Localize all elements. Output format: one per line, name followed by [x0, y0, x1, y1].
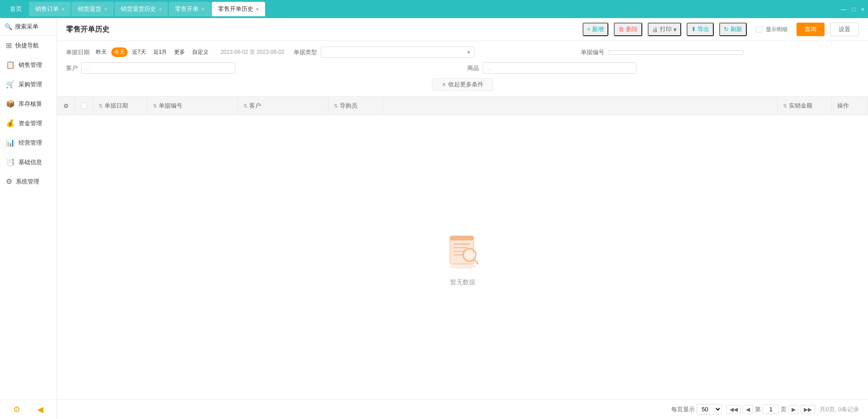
sidebar-item-purchase-mgmt[interactable]: 🛒 采购管理 — [0, 75, 57, 94]
tab-sales-order[interactable]: 销售订单 × — [29, 2, 71, 16]
sort-icon-guide: ⇅ — [334, 103, 338, 109]
operations-icon: 📊 — [6, 138, 15, 147]
page-size-dropdown[interactable]: 50 100 200 — [697, 404, 722, 414]
sidebar-item-basic-info-label: 基础信息 — [19, 158, 42, 166]
date-range-display: 2023-06-02 至 2023-06-02 — [220, 48, 284, 56]
tab-sales-order-close[interactable]: × — [62, 6, 64, 12]
date-filter-label: 单据日期 — [66, 48, 90, 56]
top-bar: 首页 销售订单 × 销货退货 × 销货退货历史 × 零售开单 × 零售开单历史 … — [0, 0, 868, 18]
header-checkbox[interactable] — [81, 103, 87, 109]
sidebar-search[interactable]: 🔍 搜索采单 — [0, 18, 57, 36]
th-customer-label: 客户 — [249, 102, 261, 110]
date-option-7days[interactable]: 近7天 — [129, 47, 149, 57]
sidebar-bottom: ⚙ ◀ — [0, 400, 57, 419]
sidebar-item-inventory-label: 库存核算 — [19, 100, 42, 108]
sidebar-collapse-icon[interactable]: ◀ — [37, 405, 43, 414]
print-button[interactable]: 🖨 打印 ▾ — [648, 23, 681, 36]
th-amount[interactable]: ⇅ 实销金额 — [778, 97, 832, 115]
tab-sales-order-label: 销售订单 — [35, 5, 59, 13]
sales-mgmt-icon: 📋 — [6, 61, 15, 69]
maximize-button[interactable]: □ — [852, 6, 856, 13]
svg-line-9 — [474, 259, 478, 264]
finance-icon: 💰 — [6, 119, 15, 127]
sidebar-item-finance[interactable]: 💰 资金管理 — [0, 113, 57, 133]
tab-home[interactable]: 首页 — [4, 2, 28, 16]
order-no-input[interactable] — [608, 50, 744, 55]
pagination-bar: 每页显示 50 100 200 ◀◀ ◀ 第 页 ▶ ▶▶ 共0页, 0条记录 — [57, 399, 868, 419]
tab-retail-open-history[interactable]: 零售开单历史 × — [212, 2, 265, 16]
th-spacer — [383, 97, 778, 115]
sidebar-item-system-mgmt[interactable]: ⚙ 系统管理 — [0, 172, 57, 191]
customer-input[interactable]: ... — [81, 62, 235, 74]
svg-point-0 — [449, 264, 476, 269]
date-option-1month[interactable]: 近1月 — [151, 47, 170, 57]
per-page-select: 每页显示 50 100 200 — [671, 404, 722, 414]
tab-sales-return-label: 销货退货 — [78, 5, 101, 13]
date-option-today[interactable]: 今天 — [111, 47, 128, 57]
page-header: 零售开单历史 + 新增 🗑 删除 🖨 打印 ▾ ⬆ 导出 ↻ 刷新 显示明细 查… — [57, 18, 868, 41]
sidebar-item-system-mgmt-label: 系统管理 — [16, 178, 39, 186]
th-checkbox[interactable] — [75, 97, 93, 115]
date-option-yesterday[interactable]: 昨天 — [93, 47, 109, 57]
sidebar-item-quick-nav[interactable]: ⊞ 快捷导航 — [0, 36, 57, 55]
content-area: 零售开单历史 + 新增 🗑 删除 🖨 打印 ▾ ⬆ 导出 ↻ 刷新 显示明细 查… — [57, 18, 868, 419]
type-select[interactable]: ▾ — [321, 47, 474, 58]
customer-input-dots: ... — [85, 65, 90, 71]
page-number-input[interactable] — [763, 405, 779, 414]
sidebar-settings-icon[interactable]: ⚙ — [13, 405, 20, 414]
close-button[interactable]: × — [861, 6, 864, 13]
tab-bar: 首页 销售订单 × 销货退货 × 销货退货历史 × 零售开单 × 零售开单历史 … — [4, 2, 841, 16]
quick-nav-icon: ⊞ — [6, 41, 12, 50]
sidebar-item-inventory[interactable]: 📦 库存核算 — [0, 94, 57, 113]
filter-more-button[interactable]: ∧ 收起更多条件 — [432, 78, 493, 91]
product-input[interactable]: ... — [483, 62, 636, 74]
settings-button[interactable]: 设置 — [830, 23, 859, 36]
sidebar-item-operations[interactable]: 📊 经营管理 — [0, 133, 57, 152]
tab-sales-return-history-label: 销货退货历史 — [121, 5, 156, 13]
tab-retail-open-close[interactable]: × — [201, 6, 204, 12]
delete-button[interactable]: 🗑 删除 — [614, 23, 642, 36]
display-detail-label[interactable]: 显示明细 — [752, 24, 791, 35]
filter-group-product: 商品 ... — [467, 62, 859, 74]
print-dropdown-icon: ▾ — [674, 26, 677, 33]
table-header: ⚙ ⇅ 单据日期 ⇅ 单据编号 ⇅ 客户 ⇅ 导购员 — [57, 97, 868, 115]
filter-group-date-range: 2023-06-02 至 2023-06-02 — [220, 48, 284, 56]
date-options: 昨天 今天 近7天 近1月 更多 自定义 — [93, 47, 211, 57]
tab-sales-return-history-close[interactable]: × — [159, 6, 161, 12]
per-page-label: 每页显示 — [671, 405, 695, 414]
th-settings[interactable]: ⚙ — [57, 97, 75, 115]
sidebar-item-basic-info[interactable]: 📑 基础信息 — [0, 152, 57, 172]
tab-sales-return-history[interactable]: 销货退货历史 × — [114, 2, 168, 16]
th-order-no[interactable]: ⇅ 单据编号 — [147, 97, 238, 115]
last-page-button[interactable]: ▶▶ — [801, 405, 815, 414]
date-option-more[interactable]: 更多 — [171, 47, 188, 57]
page-unit: 页 — [781, 405, 787, 414]
sidebar-item-finance-label: 资金管理 — [19, 119, 42, 127]
tab-sales-return-close[interactable]: × — [104, 6, 107, 12]
tab-retail-open-history-close[interactable]: × — [256, 6, 259, 12]
query-button[interactable]: 查询 — [797, 23, 825, 36]
tab-retail-open[interactable]: 零售开单 × — [169, 2, 210, 16]
next-page-button[interactable]: ▶ — [788, 405, 799, 414]
th-date[interactable]: ⇅ 单据日期 — [93, 97, 147, 115]
th-guide[interactable]: ⇅ 导购员 — [328, 97, 383, 115]
add-button[interactable]: + 新增 — [583, 23, 608, 36]
refresh-button[interactable]: ↻ 刷新 — [719, 23, 747, 36]
sidebar-item-operations-label: 经营管理 — [19, 139, 42, 147]
th-customer[interactable]: ⇅ 客户 — [238, 97, 328, 115]
first-page-button[interactable]: ◀◀ — [726, 405, 741, 414]
svg-rect-2 — [450, 236, 474, 240]
customer-filter-label: 客户 — [66, 64, 78, 72]
tab-sales-return[interactable]: 销货退货 × — [71, 2, 113, 16]
minimize-button[interactable]: — — [841, 6, 847, 13]
sidebar-item-sales-mgmt[interactable]: 📋 销售管理 — [0, 55, 57, 75]
date-option-custom[interactable]: 自定义 — [190, 47, 211, 57]
prev-page-button[interactable]: ◀ — [743, 405, 753, 414]
display-detail-checkbox[interactable] — [756, 26, 762, 33]
th-amount-label: 实销金额 — [789, 102, 812, 110]
th-date-label: 单据日期 — [104, 102, 128, 110]
filter-group-order-no: 单据编号 — [581, 48, 859, 56]
export-button[interactable]: ⬆ 导出 — [687, 23, 714, 36]
sidebar-item-quick-nav-label: 快捷导航 — [15, 42, 39, 50]
tab-home-label: 首页 — [10, 5, 22, 13]
